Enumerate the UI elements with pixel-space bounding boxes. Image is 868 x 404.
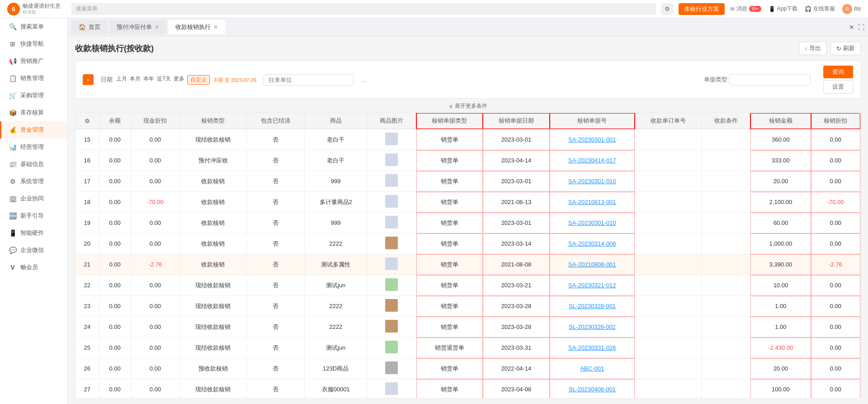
tab-home-label: 首页 bbox=[89, 23, 100, 31]
refresh-button[interactable]: ↻ 刷新 bbox=[830, 42, 861, 55]
gear-settings-button[interactable]: ⚙ bbox=[661, 3, 673, 15]
cell-verify-bill-no[interactable]: SA-20230301-001 bbox=[550, 129, 635, 150]
filter-from-unit-input[interactable] bbox=[264, 74, 354, 86]
cell-goods-img bbox=[367, 337, 416, 358]
user-profile[interactable]: R Rit bbox=[842, 4, 861, 14]
tab-prepay-close[interactable]: ✕ bbox=[155, 24, 159, 30]
sidebar-item-system[interactable]: ⚙ 系统管理 bbox=[0, 173, 67, 190]
col-settings[interactable]: ⚙ bbox=[75, 113, 99, 129]
sidebar-item-nav[interactable]: ⊞ 快捷导航 bbox=[0, 35, 67, 52]
filter-date-last-7-days[interactable]: 近7天 bbox=[157, 75, 171, 85]
cell-verify-bill-date: 2023-03-31 bbox=[483, 337, 549, 358]
filter-dots: ... bbox=[361, 76, 367, 84]
cell-verify-type: 现结收款核销 bbox=[180, 129, 246, 150]
cell-verify-bill-no[interactable]: SL-20230328-001 bbox=[550, 296, 635, 317]
online-service-label: 在线客服 bbox=[813, 5, 835, 13]
sidebar-item-member[interactable]: V 畅会员 bbox=[0, 259, 67, 276]
cell-include-cleared: 否 bbox=[246, 317, 304, 337]
cell-include-cleared: 否 bbox=[246, 171, 304, 192]
cell-verify-bill-no[interactable]: SA-20230301-010 bbox=[550, 213, 635, 233]
filter-date-this-year[interactable]: 本年 bbox=[143, 75, 154, 85]
cell-verify-bill-no[interactable]: SL-20230408-001 bbox=[550, 379, 635, 399]
messages-button[interactable]: ✉ 消息 99+ bbox=[730, 5, 761, 13]
sidebar-item-operation[interactable]: 📊 经营管理 bbox=[0, 138, 67, 156]
cell-verify-amount: 2,100.00 bbox=[750, 192, 811, 213]
filter-search-button[interactable]: 查询 bbox=[823, 66, 853, 78]
cell-verify-bill-type: 销货单 bbox=[416, 213, 483, 233]
tab-close-all-button[interactable]: ✕ bbox=[849, 24, 854, 31]
sidebar-item-guide[interactable]: 🆕 新手引导 bbox=[0, 207, 67, 224]
sidebar-item-marketing[interactable]: 📢 营销推广 bbox=[0, 52, 67, 70]
cell-balance: 0.00 bbox=[99, 358, 131, 379]
cell-balance: 0.00 bbox=[99, 213, 131, 233]
top-bar-right-actions: ✉ 消息 99+ 📱 App下载 🎧 在线客服 R Rit bbox=[730, 4, 861, 14]
cell-goods: 老白干 bbox=[304, 129, 367, 150]
expand-filters-button[interactable]: ∨ 展开更多条件 bbox=[449, 102, 487, 110]
table-row: 15 0.00 0.00 现结收款核销 否 老白干 销货单 2023-03-01… bbox=[75, 129, 860, 150]
cell-id: 19 bbox=[75, 213, 99, 233]
table-row: 27 0.00 0.00 现结收款核销 否 衣服00001 销货单 2023-0… bbox=[75, 379, 860, 399]
filter-single-type-select[interactable] bbox=[729, 74, 811, 86]
export-button[interactable]: ↑ 导出 bbox=[799, 42, 827, 55]
filter-date-last-month[interactable]: 上月 bbox=[116, 75, 127, 85]
tab-prepay[interactable]: 预付冲应付单 ✕ bbox=[109, 20, 166, 34]
filter-date-this-month[interactable]: 本月 bbox=[130, 75, 141, 85]
cell-verify-discount: 0.00 bbox=[811, 337, 860, 358]
online-service-button[interactable]: 🎧 在线客服 bbox=[805, 5, 835, 13]
app-download-button[interactable]: 📱 App下载 bbox=[769, 5, 797, 13]
cell-verify-discount: 0.00 bbox=[811, 379, 860, 399]
cell-receipt-order-no bbox=[635, 171, 701, 192]
cell-receipt-condition bbox=[701, 379, 750, 399]
table-row: 26 0.00 0.00 预收款核销 否 123D商品 销货单 2022-04-… bbox=[75, 358, 860, 379]
cell-verify-bill-no[interactable]: SL-20230328-002 bbox=[550, 317, 635, 337]
guide-icon: 🆕 bbox=[9, 212, 17, 219]
tab-bar-right: ✕ ⛶ bbox=[849, 24, 864, 31]
page-content: 收款核销执行(按收款) ↑ 导出 ↻ 刷新 » 日期 bbox=[68, 36, 868, 404]
cell-verify-discount: 0.00 bbox=[811, 358, 860, 379]
cell-cash-discount: 0.00 bbox=[131, 337, 180, 358]
cell-goods-img bbox=[367, 171, 416, 192]
sidebar-item-basic[interactable]: 📰 基础信息 bbox=[0, 156, 67, 173]
cell-verify-discount: -2.76 bbox=[811, 254, 860, 275]
expand-filters-bar: ∨ 展开更多条件 bbox=[75, 102, 861, 110]
cell-include-cleared: 否 bbox=[246, 192, 304, 213]
goods-image bbox=[385, 257, 398, 270]
tab-home[interactable]: 🏠 首页 bbox=[71, 20, 108, 34]
cell-goods: 测试jun bbox=[304, 275, 367, 296]
cell-verify-bill-no[interactable]: SA-20230321-012 bbox=[550, 275, 635, 296]
tab-expand-button[interactable]: ⛶ bbox=[858, 24, 864, 31]
cell-verify-bill-no[interactable]: SA-20210813-001 bbox=[550, 192, 635, 213]
cell-cash-discount: 0.00 bbox=[131, 233, 180, 254]
cell-goods-img bbox=[367, 254, 416, 275]
cell-verify-bill-no[interactable]: SA-20230301-010 bbox=[550, 171, 635, 192]
sidebar-item-finance[interactable]: 💰 资金管理 bbox=[0, 121, 67, 138]
cell-receipt-condition bbox=[701, 254, 750, 275]
sidebar-label-wechat: 企业微信 bbox=[20, 246, 44, 254]
filter-date-more[interactable]: 更多 bbox=[174, 75, 184, 85]
sidebar-item-hardware[interactable]: 📱 智能硬件 bbox=[0, 224, 67, 242]
cell-verify-bill-no[interactable]: SA-20230331-026 bbox=[550, 337, 635, 358]
cell-cash-discount: 0.00 bbox=[131, 171, 180, 192]
tab-receipt-close[interactable]: ✕ bbox=[213, 24, 218, 30]
cell-id: 24 bbox=[75, 317, 99, 337]
cell-verify-bill-no[interactable]: SA-20230414-017 bbox=[550, 150, 635, 171]
sidebar-item-sales[interactable]: 📋 销售管理 bbox=[0, 70, 67, 87]
cell-verify-bill-no[interactable]: SA-20210808-001 bbox=[550, 254, 635, 275]
tab-receipt[interactable]: 收款核销执行 ✕ bbox=[168, 20, 225, 34]
sidebar-item-inventory[interactable]: 📦 库存核算 bbox=[0, 104, 67, 121]
cell-goods: 123D商品 bbox=[304, 358, 367, 379]
filter-date-custom[interactable]: 自定义 bbox=[187, 75, 210, 85]
filter-toggle-button[interactable]: » bbox=[83, 74, 94, 85]
cell-include-cleared: 否 bbox=[246, 379, 304, 399]
cell-verify-bill-no[interactable]: SA-20230314-008 bbox=[550, 233, 635, 254]
sidebar-item-search[interactable]: 🔍 搜索菜单 bbox=[0, 18, 67, 35]
chevron-down-icon: ∨ bbox=[449, 103, 453, 109]
data-table: ⚙ 余额 现金折扣 核销类型 包含已结清 商品 商品图片 核销单据类型 核销单据… bbox=[75, 113, 860, 399]
sidebar-item-purchase[interactable]: 🛒 采购管理 bbox=[0, 87, 67, 104]
cell-verify-bill-no[interactable]: ABC-001 bbox=[550, 358, 635, 379]
sidebar-item-corp[interactable]: 🏢 企业协同 bbox=[0, 190, 67, 207]
industry-solution-button[interactable]: 体验行业方案 bbox=[679, 3, 725, 15]
cell-receipt-order-no bbox=[635, 275, 701, 296]
filter-settings-button[interactable]: 设置 bbox=[823, 80, 853, 94]
sidebar-item-wechat[interactable]: 💬 企业微信 bbox=[0, 242, 67, 259]
